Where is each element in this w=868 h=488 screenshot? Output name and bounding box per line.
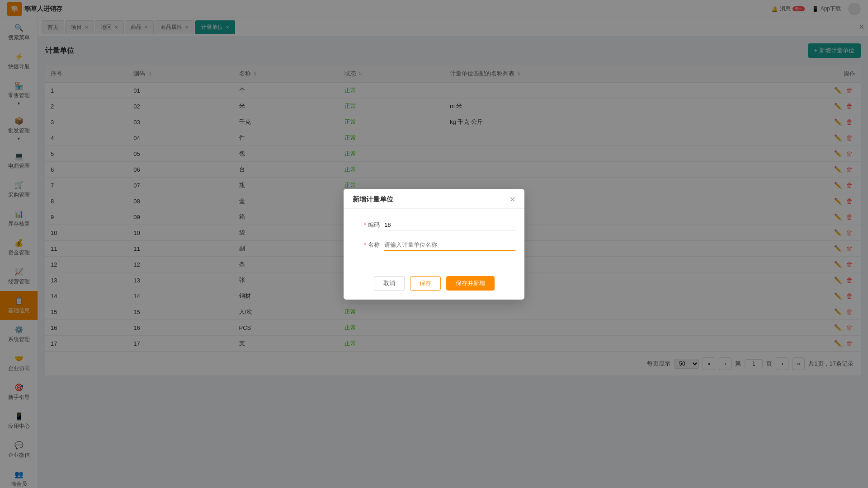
code-input[interactable] — [384, 220, 515, 230]
cancel-button[interactable]: 取消 — [374, 276, 405, 291]
name-form-item: 名称 — [353, 239, 515, 251]
modal-header: 新增计量单位 ✕ — [344, 189, 524, 209]
modal-title: 新增计量单位 — [353, 195, 393, 204]
modal-footer: 取消 保存 保存并新增 — [344, 271, 524, 300]
add-unit-modal: 新增计量单位 ✕ 编码 名称 取消 保存 保存并新增 — [344, 189, 524, 300]
code-label: 编码 — [353, 221, 380, 229]
save-and-new-button[interactable]: 保存并新增 — [446, 276, 495, 291]
modal-overlay[interactable]: 新增计量单位 ✕ 编码 名称 取消 保存 保存并新增 — [0, 0, 868, 488]
save-button[interactable]: 保存 — [410, 276, 441, 291]
code-form-item: 编码 — [353, 220, 515, 230]
modal-close-button[interactable]: ✕ — [509, 195, 515, 204]
name-input[interactable] — [384, 239, 515, 251]
modal-body: 编码 名称 — [344, 209, 524, 271]
name-label: 名称 — [353, 241, 380, 249]
